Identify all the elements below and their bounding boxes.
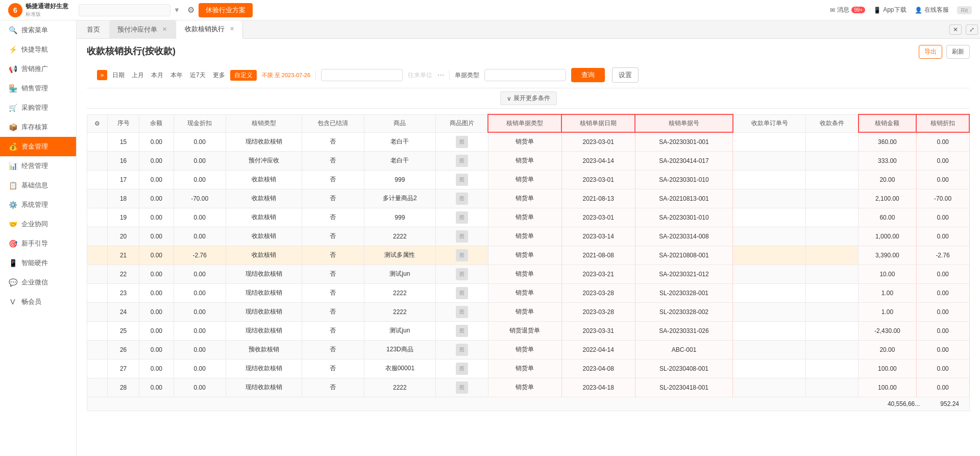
footer-totals: 40,556,66... 952.24 [888,400,969,407]
col-balance: 余额 [139,114,174,132]
single-type-label: 单据类型 [455,71,479,80]
sales-icon: 🏪 [8,84,17,92]
message-badge: 99+ [851,7,865,13]
partner-more-icon[interactable]: ··· [437,70,444,80]
tab-restore-btn[interactable]: ⤢ [966,25,978,35]
sidebar-item-sales[interactable]: 🏪 销售管理 [0,79,76,98]
tab-close-prepay[interactable]: ✕ [162,26,167,33]
sidebar-label: 快捷导航 [21,45,48,54]
table-row: 210.00-2.76收款核销否测试多属性图销货单2021-08-08SA-20… [87,246,970,265]
filter-expand-row: ∨ 展开更多条件 [87,88,970,109]
date-btn-more[interactable]: 更多 [211,70,227,81]
tab-prepay[interactable]: 预付冲应付单 ✕ [109,20,176,39]
export-btn[interactable]: 导出 [919,45,942,59]
sidebar-item-inventory[interactable]: 📦 库存核算 [0,117,76,137]
sidebar-item-smart-hardware[interactable]: 📱 智能硬件 [0,253,76,273]
tab-close-btn[interactable]: ✕ [949,25,962,35]
table-header: ⚙ 序号 余额 现金折扣 核销类型 包含已结清 商品 商品图片 核销单据类型 核… [87,114,970,132]
online-service-btn[interactable]: 👤 在线客服 [915,6,949,14]
user-avatar[interactable]: Rit [957,6,972,14]
single-type-select[interactable] [484,69,566,81]
table-row: 270.000.00现结收款核销否衣服00001图销货单2023-04-08SL… [87,359,970,378]
col-goods-image: 商品图片 [435,114,488,132]
system-icon: ⚙️ [8,201,17,209]
col-cash-discount: 现金折扣 [174,114,226,132]
footer-total-discount: 952.24 [940,400,959,407]
col-goods: 商品 [364,114,435,132]
sidebar-item-marketing[interactable]: 📢 营销推广 [0,59,76,79]
page-title: 收款核销执行(按收款) [87,45,970,57]
table-row: 260.000.00预收款核销否123D商品图销货单2022-04-14ABC-… [87,340,970,359]
table-row: 250.000.00现结收款核销否测试jun图销货退货单2023-03-31SA… [87,321,970,340]
date-range-text: 不限 至 2023-07-26 [262,71,310,79]
date-options: 上月 本月 本年 近7天 更多 自定义 [130,70,257,81]
sidebar-label: 畅会员 [21,297,41,306]
sidebar-label: 企业协同 [21,220,48,229]
message-btn[interactable]: ✉ 消息 99+ [830,6,865,14]
sidebar-label: 销售管理 [21,84,48,93]
table-row: 160.000.00预付冲应收否老白干图销货单2023-04-14SA-2023… [87,151,970,170]
page-actions: 导出 刷新 [919,45,970,59]
dropdown-arrow-icon[interactable]: ▼ [174,6,180,14]
industry-btn[interactable]: 休验行业方案 [199,3,253,17]
sidebar-item-purchase[interactable]: 🛒 采购管理 [0,98,76,117]
footer-total-amount: 40,556,66... [888,400,920,407]
data-table: ⚙ 序号 余额 现金折扣 核销类型 包含已结清 商品 商品图片 核销单据类型 核… [87,114,970,397]
col-verify-discount: 核销折扣 [916,114,969,132]
gear-icon[interactable]: ⚙ [187,5,194,15]
logo-icon: 6 [8,3,22,17]
table-row: 280.000.00现结收款核销否2222图销货单2023-04-18SL-20… [87,378,970,397]
date-btn-this-month[interactable]: 本月 [149,70,165,81]
sidebar-label: 库存核算 [21,123,48,132]
expand-more-btn[interactable]: ∨ 展开更多条件 [500,91,557,105]
tab-bar: 首页 预付冲应付单 ✕ 收款核销执行 ✕ ✕ ⤢ [77,20,980,39]
sidebar-item-system[interactable]: ⚙️ 系统管理 [0,195,76,214]
operation-icon: 📊 [8,162,17,170]
sidebar-item-quick-nav[interactable]: ⚡ 快捷导航 [0,40,76,59]
content-area: 首页 预付冲应付单 ✕ 收款核销执行 ✕ ✕ ⤢ 收款 [77,20,980,456]
sidebar-label: 企业微信 [21,278,48,287]
sidebar-item-enterprise-wechat[interactable]: 💬 企业微信 [0,273,76,292]
hardware-icon: 📱 [8,259,17,267]
purchase-icon: 🛒 [8,104,17,112]
tab-close-collection[interactable]: ✕ [230,26,234,32]
date-custom-btn[interactable]: 自定义 [230,70,257,81]
sidebar-item-vip[interactable]: V 畅会员 [0,292,76,311]
download-icon: 📱 [873,7,881,14]
sidebar-item-basic-info[interactable]: 📋 基础信息 [0,176,76,195]
tab-collection[interactable]: 收款核销执行 ✕ [177,20,243,39]
sidebar-item-enterprise-collab[interactable]: 🤝 企业协同 [0,214,76,234]
refresh-btn[interactable]: 刷新 [946,45,970,59]
logo-name: 畅捷通谱好生意 [26,2,68,11]
partner-input[interactable] [321,69,403,81]
table-row: 180.00-70.00收款核销否多计量商品2图销货单2021-08-13SA-… [87,189,970,208]
col-settings[interactable]: ⚙ [87,114,108,132]
settings-btn[interactable]: 设置 [612,67,639,83]
date-btn-7days[interactable]: 近7天 [188,70,208,81]
search-icon: 🔍 [8,26,17,34]
sidebar-item-finance[interactable]: 💰 资金管理 [0,137,76,156]
chevron-down-icon: ∨ [507,95,511,102]
date-btn-last-month[interactable]: 上月 [130,70,146,81]
filter-bar: » 日期 上月 本月 本年 近7天 更多 自定义 不限 至 2023-07-26 [87,62,970,88]
top-search-input[interactable] [79,4,170,16]
sidebar-item-operation[interactable]: 📊 经营管理 [0,156,76,176]
date-btn-this-year[interactable]: 本年 [168,70,185,81]
tab-home[interactable]: 首页 [79,20,108,39]
sidebar-item-search-menu[interactable]: 🔍 搜索菜单 [0,20,76,40]
query-btn[interactable]: 查询 [571,68,605,82]
col-verify-bill-date: 核销单据日期 [561,114,635,132]
logo-sub: 标准版 [26,11,68,18]
sidebar-item-newbie[interactable]: 🎯 新手引导 [0,234,76,253]
col-verify-type: 核销类型 [226,114,302,132]
app-logo: 6 畅捷通谱好生意 标准版 [8,2,68,18]
vip-icon: V [8,298,17,306]
col-collection-order-no: 收款单订单号 [733,114,806,132]
app-download-btn[interactable]: 📱 App下载 [873,6,906,14]
table-row: 200.000.00收款核销否2222图销货单2023-03-14SA-2023… [87,227,970,246]
sidebar-label: 经营管理 [21,161,48,171]
table-section: ⚙ 序号 余额 现金折扣 核销类型 包含已结清 商品 商品图片 核销单据类型 核… [77,109,980,456]
top-bar: 6 畅捷通谱好生意 标准版 ▼ ⚙ 休验行业方案 ✉ 消息 99+ 📱 App下… [0,0,980,20]
filter-expand-arrow[interactable]: » [97,70,107,80]
partner-label: 往来单位 [408,71,432,80]
